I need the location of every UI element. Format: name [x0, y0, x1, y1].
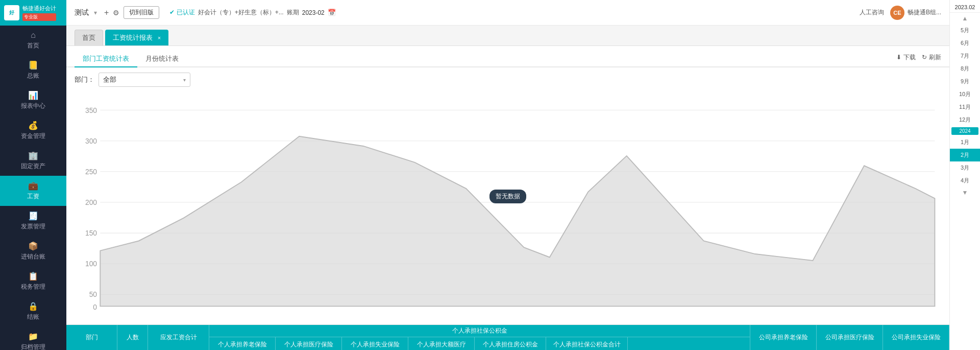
- sub-tab-actions: ⬇ 下载 ↻ 刷新: [896, 53, 941, 65]
- date-down-button[interactable]: ▼: [950, 187, 980, 198]
- sidebar-logo: 好 畅捷通好会计 专业版: [0, 0, 66, 26]
- year-badge-2024: 2024: [951, 127, 978, 135]
- sidebar-item-tax[interactable]: 📋 税务管理: [0, 266, 66, 296]
- sidebar-item-salary[interactable]: 💼 工资: [0, 176, 66, 206]
- date-display: 2023.02: [950, 2, 980, 13]
- old-version-button[interactable]: 切到旧版: [124, 6, 159, 19]
- svg-text:50: 50: [89, 290, 97, 298]
- date-month-feb[interactable]: 2月: [950, 149, 980, 161]
- th-personal-major-medical: 个人承担大额医疗: [408, 337, 475, 350]
- tab-close-icon[interactable]: ×: [158, 35, 161, 41]
- tax-icon: 📋: [28, 271, 38, 281]
- svg-text:350: 350: [85, 106, 97, 114]
- tags-label: 好会计（专）+好生意（标）+...: [198, 8, 284, 17]
- right-date-panel: 2023.02 ▲ 5月 6月 7月 8月 9月 10月 11月 12月 202…: [949, 0, 980, 350]
- date-month-12[interactable]: 12月: [950, 113, 980, 126]
- sidebar-item-label: 结账: [27, 313, 39, 321]
- date-month-6[interactable]: 6月: [950, 37, 980, 50]
- period-value: 2023-02: [302, 9, 325, 16]
- date-month-mar[interactable]: 3月: [950, 161, 980, 174]
- archive-icon: 📁: [28, 332, 38, 341]
- sidebar-item-sales[interactable]: 📦 进销台账: [0, 236, 66, 266]
- date-month-apr[interactable]: 4月: [950, 174, 980, 187]
- date-month-7[interactable]: 7月: [950, 50, 980, 62]
- home-icon: ⌂: [31, 31, 36, 40]
- table-header: 部门 人数 应发工资合计 个人承担社保公积金 个人承担养老保险 个人承担医疗保险: [66, 324, 949, 350]
- user-name: 畅捷通B组...: [908, 8, 941, 17]
- sidebar-item-assets[interactable]: 🏢 固定资产: [0, 146, 66, 176]
- salary-icon: 💼: [28, 181, 38, 191]
- sidebar-item-funds[interactable]: 💰 资金管理: [0, 115, 66, 146]
- topbar-actions: + ⚙ 切到旧版: [104, 6, 159, 19]
- topbar-right: 人工咨询 CE 畅捷通B组...: [860, 6, 941, 20]
- sidebar-item-label: 税务管理: [21, 283, 45, 291]
- sub-tab-dept[interactable]: 部门工资统计表: [75, 51, 137, 67]
- th-personal-medical: 个人承担医疗保险: [276, 337, 342, 350]
- main-area: 测试 ▾ + ⚙ 切到旧版 ✔ 已认证 好会计（专）+好生意（标）+... 账期…: [66, 0, 949, 350]
- sidebar-item-label: 固定资产: [21, 162, 45, 171]
- sales-icon: 📦: [28, 241, 38, 251]
- logo-title: 畅捷通好会计: [22, 5, 56, 12]
- date-month-9[interactable]: 9月: [950, 75, 980, 88]
- download-button[interactable]: ⬇ 下载: [896, 53, 916, 62]
- date-up-button[interactable]: ▲: [950, 13, 980, 24]
- closing-icon: 🔒: [28, 301, 38, 311]
- svg-text:150: 150: [85, 229, 97, 237]
- filter-label: 部门：: [75, 75, 94, 84]
- th-group-personal: 个人承担社保公积金 个人承担养老保险 个人承担医疗保险 个人承担失业保险 个人承…: [209, 325, 750, 350]
- sub-tabs: 部门工资统计表 月份统计表 ⬇ 下载 ↻ 刷新: [66, 46, 949, 67]
- sidebar-item-label: 首页: [27, 41, 39, 50]
- sidebar-item-label: 工资: [27, 192, 39, 201]
- logo-badge: 专业版: [22, 13, 56, 21]
- sidebar-item-invoices[interactable]: 🧾 发票管理: [0, 206, 66, 236]
- tabbar: 首页 工资统计报表 ×: [66, 26, 949, 46]
- logo-icon: 好: [4, 5, 19, 20]
- th-company-pension: 公司承担养老保险: [750, 325, 817, 350]
- add-icon[interactable]: +: [104, 8, 109, 17]
- content-area: 部门工资统计表 月份统计表 ⬇ 下载 ↻ 刷新 部门： 全部 ▾: [66, 46, 949, 350]
- sidebar-item-label: 发票管理: [21, 222, 45, 231]
- th-dept: 部门: [66, 325, 117, 350]
- period-label: 账期: [287, 8, 299, 17]
- help-label[interactable]: 人工咨询: [860, 8, 884, 17]
- calendar-icon[interactable]: 📅: [328, 9, 336, 16]
- refresh-icon: ↻: [922, 54, 927, 61]
- topbar-arrow[interactable]: ▾: [94, 9, 97, 16]
- user-avatar: CE: [890, 6, 904, 20]
- ledger-icon: 📒: [28, 60, 38, 70]
- sidebar-item-label: 进销台账: [21, 252, 45, 261]
- svg-text:100: 100: [85, 260, 97, 268]
- sidebar-item-label: 报表中心: [21, 102, 45, 110]
- sub-tab-month[interactable]: 月份统计表: [137, 51, 187, 67]
- sidebar-item-ledger[interactable]: 📒 总账: [0, 55, 66, 85]
- date-month-8[interactable]: 8月: [950, 62, 980, 75]
- th-salary-total: 应发工资合计: [148, 325, 209, 350]
- sidebar-item-label: 总账: [27, 72, 39, 80]
- svg-text:200: 200: [85, 198, 97, 206]
- cert-badge: ✔ 已认证: [169, 8, 194, 17]
- sidebar-item-home[interactable]: ⌂ 首页: [0, 26, 66, 55]
- refresh-button[interactable]: ↻ 刷新: [922, 53, 941, 62]
- dept-filter-select[interactable]: 全部 ▾: [99, 73, 190, 87]
- date-month-11[interactable]: 11月: [950, 101, 980, 113]
- th-company-unemployment: 公司承担失业保险: [883, 325, 949, 350]
- svg-text:250: 250: [85, 168, 97, 176]
- filter-row: 部门： 全部 ▾: [66, 67, 949, 92]
- sidebar-item-label: 资金管理: [21, 132, 45, 141]
- date-month-5[interactable]: 5月: [950, 24, 980, 37]
- date-month-10[interactable]: 10月: [950, 88, 980, 101]
- settings-icon[interactable]: ⚙: [113, 9, 119, 17]
- th-personal-unemployment: 个人承担失业保险: [342, 337, 408, 350]
- th-company-medical: 公司承担医疗保险: [817, 325, 883, 350]
- sidebar-item-label: 归档管理: [21, 343, 45, 350]
- sidebar-item-closing[interactable]: 🔒 结账: [0, 296, 66, 326]
- sidebar-item-reports[interactable]: 📊 报表中心: [0, 85, 66, 115]
- invoices-icon: 🧾: [28, 211, 38, 221]
- tab-salary[interactable]: 工资统计报表 ×: [105, 30, 168, 45]
- date-month-jan[interactable]: 1月: [950, 136, 980, 149]
- sidebar: 好 畅捷通好会计 专业版 ⌂ 首页 📒 总账 📊 报表中心 💰 资金管理 🏢 固…: [0, 0, 66, 350]
- sidebar-item-archive[interactable]: 📁 归档管理: [0, 326, 66, 350]
- tab-home[interactable]: 首页: [75, 30, 103, 45]
- th-group-title: 个人承担社保公积金: [209, 325, 750, 337]
- topbar: 测试 ▾ + ⚙ 切到旧版 ✔ 已认证 好会计（专）+好生意（标）+... 账期…: [66, 0, 949, 26]
